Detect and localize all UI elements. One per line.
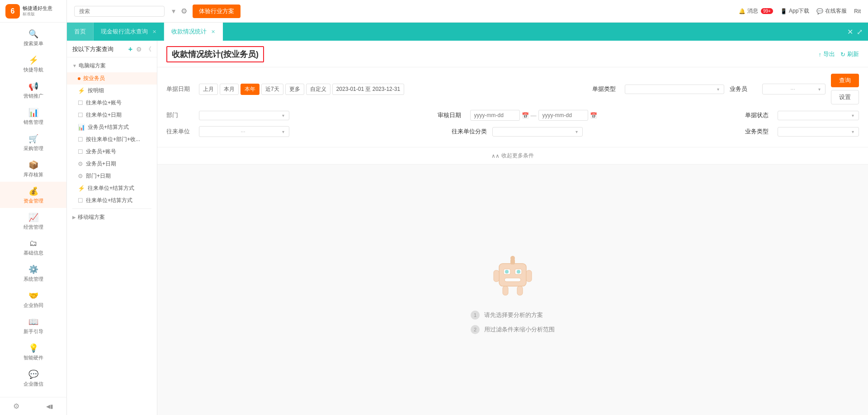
salesman-label: 业务员 [730, 85, 757, 93]
salesman-more-icon[interactable]: ··· [790, 86, 795, 92]
tree-item-partner-date[interactable]: ☐ 往来单位+日期 [67, 109, 157, 121]
tab-receipts[interactable]: 收款情况统计 ✕ [164, 23, 223, 41]
sidebar-nav: 🔍 搜索菜单 ⚡ 快捷导航 📢 营销推广 📊 销售管理 🛒 采购管理 📦 库存核… [0, 23, 66, 397]
sidebar-item-marketing[interactable]: 📢 营销推广 [0, 77, 66, 103]
page-header-actions: ↑ 导出 ↻ 刷新 [819, 50, 859, 58]
add-scheme-icon[interactable]: + [128, 45, 132, 53]
sidebar-item-sales[interactable]: 📊 销售管理 [0, 103, 66, 129]
trial-button[interactable]: 体验行业方案 [193, 5, 241, 18]
dropdown-icon[interactable]: ▾ [172, 7, 175, 15]
step1-number: 1 [471, 311, 480, 320]
sidebar-item-inventory[interactable]: 📦 库存核算 [0, 156, 66, 182]
tree-item-salesman-account[interactable]: ☐ 业务员+账号 [67, 146, 157, 158]
sidebar-item-vip[interactable]: V 畅会员 [0, 391, 66, 397]
review-date-end[interactable] [538, 110, 588, 121]
tree-item-salesman[interactable]: 按业务员 [67, 72, 157, 85]
scheme-settings-icon[interactable]: ⚙ [136, 46, 142, 53]
biz-type-select[interactable]: ▾ [778, 127, 859, 137]
sidebar-label-nav: 快捷导航 [24, 66, 43, 73]
doc-type-arrow: ▾ [717, 87, 719, 92]
sidebar-item-search[interactable]: 🔍 搜索菜单 [0, 24, 66, 51]
collapse-footer-icon[interactable]: ◀▮ [46, 403, 53, 410]
sidebar-item-system[interactable]: ⚙️ 系统管理 [0, 260, 66, 286]
salesman-date-icon: ⚙ [78, 160, 83, 167]
this-year-btn[interactable]: 本年 [241, 84, 259, 95]
sidebar-item-finance[interactable]: 💰 资金管理 [0, 182, 66, 208]
search-input[interactable] [74, 6, 165, 17]
collapse-panel-icon[interactable]: 《 [146, 45, 151, 53]
user-name: Rit [854, 8, 861, 14]
wechat-icon: 💬 [28, 369, 38, 379]
partner-classify-arrow: ▾ [576, 129, 578, 134]
sidebar-item-guide[interactable]: 📖 新手引导 [0, 312, 66, 339]
maximize-icon[interactable]: ⤢ [857, 28, 863, 36]
tree-item-detail[interactable]: ⚡ 按明细 [67, 85, 157, 97]
sidebar-item-wechat[interactable]: 💬 企业微信 [0, 365, 66, 391]
gear-icon[interactable]: ⚙ [181, 7, 187, 15]
receipts-tab-close[interactable]: ✕ [211, 29, 215, 35]
app-download-btn[interactable]: 📱 App下载 [780, 7, 809, 15]
sidebar-item-basic[interactable]: 🗂 基础信息 [0, 234, 66, 260]
tab-home[interactable]: 首页 [67, 23, 94, 41]
sidebar-item-collab[interactable]: 🤝 企业协同 [0, 286, 66, 312]
sidebar-item-operations[interactable]: 📈 经营管理 [0, 208, 66, 234]
tree-item-salesman-settle[interactable]: 📊 业务员+结算方式 [67, 121, 157, 133]
step1-label: 请先选择要分析的方案 [484, 311, 543, 319]
sidebar-item-hardware[interactable]: 💡 智能硬件 [0, 339, 66, 365]
sidebar-item-purchase[interactable]: 🛒 采购管理 [0, 129, 66, 156]
review-date-start[interactable] [470, 110, 520, 121]
partner-label: 往来单位 [166, 127, 193, 136]
calendar-start-icon[interactable]: 📅 [522, 112, 529, 119]
sidebar-item-nav[interactable]: ⚡ 快捷导航 [0, 51, 66, 77]
tree-item-dept-date[interactable]: ⚙ 部门+日期 [67, 170, 157, 182]
empty-illustration [486, 245, 540, 300]
left-panel-title: 按以下方案查询 [72, 45, 113, 53]
partner-select[interactable]: ··· ▾ [199, 126, 289, 137]
partner-more-icon[interactable]: ··· [241, 128, 245, 135]
close-window-icon[interactable]: ✕ [847, 28, 853, 36]
desktop-section-header[interactable]: ▼ 电脑端方案 [67, 59, 157, 72]
settings-button[interactable]: 设置 [831, 90, 859, 104]
this-month-btn[interactable]: 本月 [220, 84, 239, 95]
svg-rect-7 [505, 278, 521, 282]
tree-item-partner-settle1[interactable]: ⚡ 往来单位+结算方式 [67, 182, 157, 194]
more-date-btn[interactable]: 更多 [285, 84, 304, 95]
custom-date-btn[interactable]: 自定义 [306, 84, 330, 95]
sidebar-label-inventory: 库存核算 [24, 171, 43, 178]
logo-text: 畅捷通好生意 [23, 5, 52, 11]
tree-item-partner-settle2[interactable]: ☐ 往来单位+结算方式 [67, 194, 157, 207]
doc-type-select[interactable]: ▾ [625, 85, 724, 94]
doc-status-select[interactable]: ▾ [778, 111, 859, 120]
review-date-pair: 📅 — 📅 [470, 110, 597, 121]
user-name-area[interactable]: Rit [854, 8, 861, 14]
export-button[interactable]: ↑ 导出 [819, 50, 835, 58]
tree-item-partner-dept[interactable]: ☐ 按往来单位+部门+收... [67, 133, 157, 146]
partner-account-icon: ☐ [78, 99, 83, 106]
online-service-btn[interactable]: 💬 在线客服 [816, 7, 847, 15]
salesman-arrow: ▾ [818, 87, 821, 92]
refresh-icon: ↻ [840, 51, 845, 58]
last-7-days-btn[interactable]: 近7天 [261, 84, 283, 95]
settings-footer-icon[interactable]: ⚙ [13, 402, 19, 410]
collapse-row[interactable]: ∧∧ 收起更多条件 [157, 147, 868, 165]
tree-item-partner-dept-label: 按往来单位+部门+收... [86, 136, 140, 143]
dept-select[interactable]: ▾ [199, 111, 289, 120]
tree-item-salesman-date[interactable]: ⚙ 业务员+日期 [67, 158, 157, 170]
query-button[interactable]: 查询 [831, 74, 859, 87]
calendar-end-icon[interactable]: 📅 [590, 112, 597, 119]
partner-arrow: ▾ [282, 129, 284, 134]
salesman-select[interactable]: ··· ▾ [762, 84, 826, 94]
hardware-icon: 💡 [28, 343, 38, 353]
refresh-button[interactable]: ↻ 刷新 [840, 50, 859, 58]
content-area: 按以下方案查询 + ⚙ 《 ▼ 电脑端方案 按业务员 ⚡ [67, 41, 868, 415]
tree-item-partner-account[interactable]: ☐ 往来单位+账号 [67, 97, 157, 109]
last-month-btn[interactable]: 上月 [199, 84, 218, 95]
tab-cashflow[interactable]: 现金银行流水查询 ✕ [94, 23, 164, 41]
active-indicator [78, 77, 80, 80]
partner-classify-select[interactable]: ▾ [492, 127, 583, 137]
biz-type-arrow: ▾ [852, 129, 854, 134]
notification-btn[interactable]: 🔔 消息 99+ [739, 7, 773, 15]
mobile-section-header[interactable]: ▶ 移动端方案 [67, 211, 157, 224]
cashflow-tab-close[interactable]: ✕ [152, 29, 156, 35]
tree-item-salesman-label: 按业务员 [83, 75, 105, 82]
